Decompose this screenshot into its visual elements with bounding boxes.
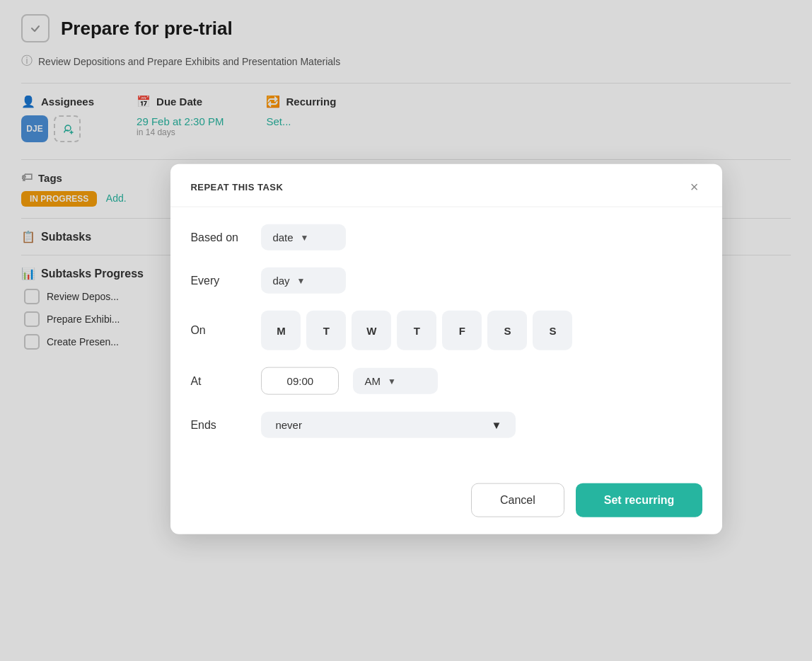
at-row: At AM ▼ — [190, 367, 702, 395]
based-on-label: Based on — [190, 231, 247, 243]
period-chevron-icon: ▼ — [388, 376, 396, 386]
set-recurring-button[interactable]: Set recurring — [576, 483, 703, 517]
based-on-dropdown[interactable]: date ▼ — [261, 224, 346, 251]
every-dropdown[interactable]: day ▼ — [261, 268, 346, 294]
modal-header: REPEAT THIS TASK × — [170, 164, 722, 207]
repeat-task-modal: REPEAT THIS TASK × Based on date ▼ Every… — [170, 164, 722, 534]
modal-close-button[interactable]: × — [686, 178, 703, 195]
every-label: Every — [190, 274, 247, 287]
at-label: At — [190, 374, 247, 387]
every-chevron-icon: ▼ — [297, 275, 306, 285]
day-friday[interactable]: F — [442, 311, 482, 350]
day-monday[interactable]: M — [261, 311, 301, 350]
day-thursday[interactable]: T — [397, 311, 436, 350]
ends-dropdown[interactable]: never ▼ — [261, 412, 516, 438]
on-label: On — [190, 324, 247, 337]
cancel-button[interactable]: Cancel — [471, 483, 564, 517]
ends-label: Ends — [190, 418, 247, 431]
ends-row: Ends never ▼ — [190, 412, 702, 438]
every-row: Every day ▼ — [190, 268, 702, 294]
day-wednesday[interactable]: W — [352, 311, 391, 350]
modal-title: REPEAT THIS TASK — [190, 181, 283, 192]
on-row: On M T W T F S S — [190, 311, 702, 350]
based-on-chevron-icon: ▼ — [301, 232, 309, 242]
day-buttons: M T W T F S S — [261, 311, 572, 350]
ends-chevron-icon: ▼ — [492, 419, 502, 431]
day-saturday[interactable]: S — [487, 311, 527, 350]
modal-footer: Cancel Set recurring — [170, 472, 722, 534]
based-on-row: Based on date ▼ — [190, 224, 702, 251]
time-input[interactable] — [261, 367, 339, 395]
day-tuesday[interactable]: T — [306, 311, 346, 350]
period-dropdown[interactable]: AM ▼ — [353, 368, 438, 394]
day-sunday[interactable]: S — [533, 311, 572, 350]
modal-body: Based on date ▼ Every day ▼ On M T W T F — [170, 207, 722, 472]
